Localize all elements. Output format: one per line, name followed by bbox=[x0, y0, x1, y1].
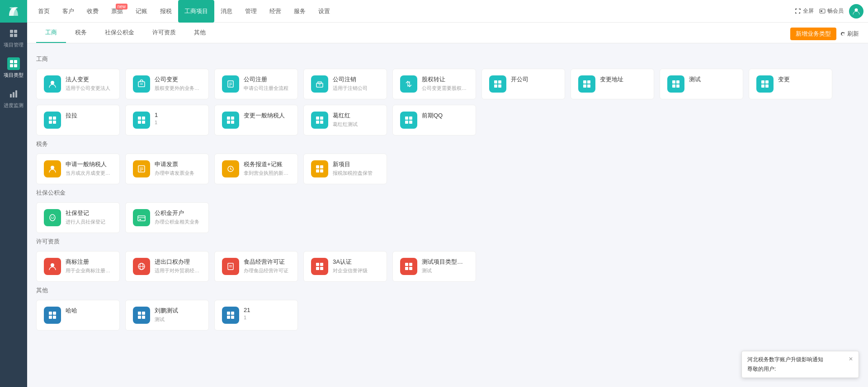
nav-client[interactable]: 客户 bbox=[56, 0, 80, 23]
card-icon-twentyone bbox=[222, 307, 239, 324]
nav-services[interactable]: 服务 bbox=[288, 0, 312, 23]
fullscreen-btn[interactable]: 全屏 bbox=[795, 7, 814, 15]
member-btn[interactable]: 畅会员 bbox=[819, 7, 844, 15]
refresh-button[interactable]: 刷新 bbox=[840, 30, 859, 38]
svg-rect-59 bbox=[409, 117, 412, 120]
card-name: 公司变更 bbox=[155, 75, 201, 84]
card-3a-cert[interactable]: 3A认证 对企业信誉评级 bbox=[303, 251, 387, 282]
card-import-export[interactable]: 进出口权办理 适用于对外贸易经营者 bbox=[125, 251, 209, 282]
card-name: 进出口权办理 bbox=[155, 258, 201, 266]
card-new-project[interactable]: 新项目 报税加税控盘保管 bbox=[303, 154, 387, 184]
avatar[interactable] bbox=[849, 4, 863, 19]
card-twentyone[interactable]: 21 1 bbox=[214, 300, 298, 331]
other-cards-grid: 哈哈 刘鹏测试 测试 bbox=[36, 300, 859, 331]
nav-operations[interactable]: 经营 bbox=[263, 0, 288, 23]
sidebar-item-project-mgmt[interactable]: 项目管理 bbox=[0, 23, 27, 53]
card-lala[interactable]: 拉拉 bbox=[36, 105, 120, 135]
tab-tax[interactable]: 税务 bbox=[66, 23, 96, 43]
industry-cards-grid: 法人变更 适用于公司变更法人 公司变更 股权变更外的业务变更 bbox=[36, 69, 859, 135]
section-industry-title: 工商 bbox=[36, 55, 859, 63]
nav-tax[interactable]: 报税 bbox=[154, 0, 178, 23]
card-name: 股权转让 bbox=[422, 75, 468, 84]
sidebar-logo bbox=[0, 0, 27, 23]
svg-rect-9 bbox=[13, 92, 14, 98]
card-name: 税务报道+记账 bbox=[244, 160, 290, 168]
svg-rect-17 bbox=[228, 81, 233, 87]
card-name: 申请发票 bbox=[155, 160, 201, 168]
card-name: 商标注册 bbox=[66, 258, 112, 266]
tabs-bar: 工商 税务 社保公积金 许可资质 其他 新增业务类型 刷新 bbox=[27, 23, 868, 43]
card-icon-fund-open bbox=[133, 209, 150, 226]
card-change-address[interactable]: 变更地址 bbox=[571, 69, 654, 99]
svg-point-72 bbox=[51, 217, 52, 218]
card-desc: 股权变更外的业务变更 bbox=[155, 85, 201, 92]
card-apply-taxpayer[interactable]: 申请一般纳税人 当月或次月成变更完成 bbox=[36, 154, 120, 184]
tab-industry[interactable]: 工商 bbox=[36, 23, 66, 43]
card-change-taxpayer[interactable]: 变更一般纳税人 bbox=[214, 105, 298, 135]
project-mgmt-icon bbox=[7, 27, 20, 40]
svg-rect-29 bbox=[498, 84, 501, 88]
card-one[interactable]: 1 1 bbox=[125, 105, 209, 135]
nav-management[interactable]: 管理 bbox=[239, 0, 263, 23]
card-icon-3a-cert bbox=[311, 258, 328, 275]
card-company-cancel[interactable]: 公司注销 适用于注销公司 bbox=[303, 69, 387, 99]
card-gehonghong[interactable]: 葛红红 葛红红测试 bbox=[303, 105, 387, 135]
card-icon-one bbox=[133, 112, 150, 129]
card-name: 变更地址 bbox=[600, 75, 646, 84]
svg-rect-30 bbox=[583, 80, 586, 84]
tab-other[interactable]: 其他 bbox=[185, 23, 215, 43]
svg-rect-49 bbox=[142, 121, 145, 124]
notification-title: 河北税务数字账户升级影响通知 bbox=[747, 356, 853, 364]
tabs-actions: 新增业务类型 刷新 bbox=[790, 28, 859, 43]
card-open-company[interactable]: 开公司 bbox=[481, 69, 565, 99]
card-icon-change-taxpayer bbox=[222, 112, 239, 129]
svg-rect-43 bbox=[53, 117, 56, 120]
nav-billing[interactable]: 收费 bbox=[80, 0, 105, 23]
svg-rect-50 bbox=[227, 117, 230, 120]
card-social-register[interactable]: 社保登记 进行人员社保登记 bbox=[36, 202, 120, 233]
card-company-register[interactable]: 公司注册 申请公司注册全流程 bbox=[214, 69, 298, 99]
card-name: 拉拉 bbox=[66, 112, 112, 120]
svg-rect-2 bbox=[10, 34, 13, 37]
card-icon-change bbox=[756, 75, 774, 93]
nav-bookkeeping[interactable]: 记账 bbox=[129, 0, 154, 23]
sidebar-item-progress-monitor[interactable]: 进度监测 bbox=[0, 83, 27, 113]
card-equity-transfer[interactable]: 股权转让 公司变更需要股权转让 bbox=[392, 69, 476, 99]
sidebar-item-project-type[interactable]: 项目类型 bbox=[0, 53, 27, 83]
card-desc: 当月或次月成变更完成 bbox=[66, 170, 112, 177]
card-trademark[interactable]: 商标注册 用于企业商标注册服务 bbox=[36, 251, 120, 282]
new-type-button[interactable]: 新增业务类型 bbox=[790, 28, 836, 40]
card-icon-haha bbox=[44, 307, 61, 324]
nav-settings[interactable]: 设置 bbox=[312, 0, 336, 23]
notification-close-btn[interactable]: ✕ bbox=[849, 356, 853, 362]
card-legal-change[interactable]: 法人变更 适用于公司变更法人 bbox=[36, 69, 120, 99]
card-company-change[interactable]: 公司变更 股权变更外的业务变更 bbox=[125, 69, 209, 99]
nav-tickets[interactable]: 票据 new bbox=[105, 0, 129, 23]
nav-home[interactable]: 首页 bbox=[32, 0, 56, 23]
svg-rect-52 bbox=[227, 121, 230, 124]
card-food-permit[interactable]: 食品经营许可证 办理食品经营许可证 bbox=[214, 251, 298, 282]
top-navigation: 首页 客户 收费 票据 new 记账 报税 工商项目 消息 管理 经营 服务 设… bbox=[27, 0, 868, 23]
card-front-qq[interactable]: 前期QQ bbox=[392, 105, 476, 135]
card-apply-invoice[interactable]: 申请发票 办理申请发票业务 bbox=[125, 154, 209, 184]
card-fund-open[interactable]: 公积金开户 办理公积金相关业务 bbox=[125, 202, 209, 233]
card-name: 葛红红 bbox=[333, 112, 379, 120]
card-liupeng-test[interactable]: 刘鹏测试 测试 bbox=[125, 300, 209, 331]
card-name: 哈哈 bbox=[66, 307, 112, 315]
sidebar-item-label: 项目管理 bbox=[4, 42, 24, 48]
nav-industry[interactable]: 工商项目 bbox=[178, 0, 214, 23]
card-tax-bookkeeping[interactable]: 税务报道+记账 拿到营业执照的新公司 bbox=[214, 154, 298, 184]
svg-point-62 bbox=[51, 166, 54, 169]
nav-messages[interactable]: 消息 bbox=[214, 0, 239, 23]
card-test[interactable]: 测试 bbox=[660, 69, 743, 99]
card-change[interactable]: 变更 bbox=[749, 69, 832, 99]
card-icon-food-permit bbox=[222, 258, 239, 275]
card-haha[interactable]: 哈哈 bbox=[36, 300, 120, 331]
tab-permit[interactable]: 许可资质 bbox=[143, 23, 185, 43]
card-test-type[interactable]: 测试项目类型目定义 测试 bbox=[392, 251, 476, 282]
svg-rect-87 bbox=[320, 267, 323, 270]
tab-social[interactable]: 社保公积金 bbox=[96, 23, 143, 43]
main-area: 首页 客户 收费 票据 new 记账 报税 工商项目 消息 管理 经营 服务 设… bbox=[27, 0, 868, 387]
svg-rect-53 bbox=[231, 121, 234, 124]
section-tax: 税务 申请一般纳税人 当月或次月成变更完成 bbox=[36, 140, 859, 184]
